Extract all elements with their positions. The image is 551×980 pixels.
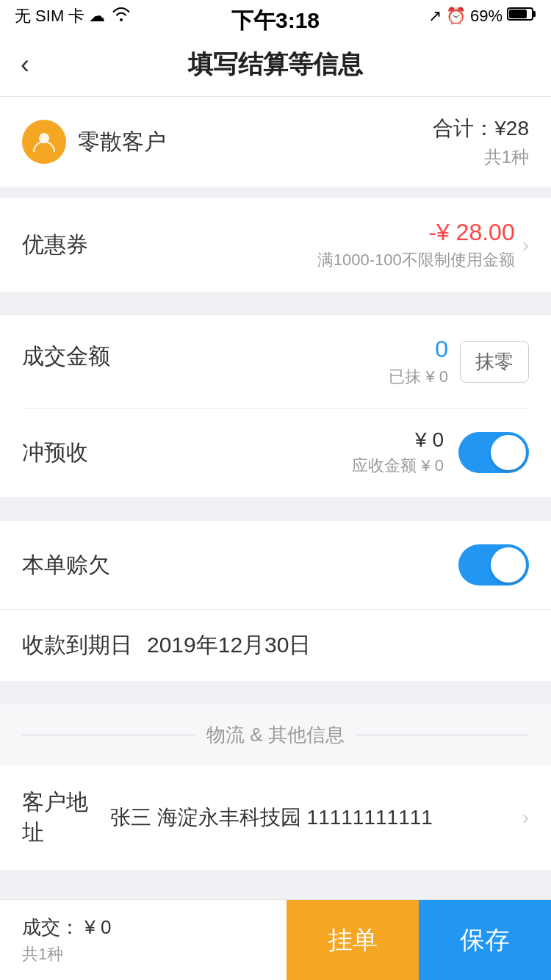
debt-toggle-knob — [491, 547, 526, 583]
address-label: 客户地址 — [22, 788, 96, 848]
chevron-right-icon: › — [522, 234, 529, 257]
debt-row: 本单赊欠 — [0, 521, 551, 609]
customer-row: 零散客户 合计：¥28 共1种 — [0, 97, 551, 187]
coupon-right: -¥ 28.00 满1000-100不限制使用金额 › — [317, 219, 529, 271]
alarm-icon: ⏰ — [446, 7, 466, 26]
customer-total: 合计：¥28 — [433, 115, 529, 143]
wifi-icon — [111, 6, 132, 26]
logistics-header: 物流 & 其他信息 — [0, 705, 551, 765]
prepay-label: 冲预收 — [22, 438, 88, 468]
status-bar-left: 无 SIM 卡 ☁ — [15, 5, 132, 27]
gray-divider-2 — [0, 509, 551, 521]
gray-divider-4 — [0, 870, 551, 882]
bottom-bar: 成交： ¥ 0 共1种 挂单 保存 — [0, 899, 551, 980]
save-button[interactable]: 保存 — [419, 900, 551, 981]
deal-row: 成交金额 0 已抹 ¥ 0 抹零 — [22, 336, 529, 388]
back-button[interactable]: ‹ — [21, 49, 29, 80]
page-title: 填写结算等信息 — [188, 48, 363, 82]
deal-card: 成交金额 0 已抹 ¥ 0 抹零 冲预收 ¥ 0 应收金额 ¥ 0 — [0, 315, 551, 497]
status-bar: 无 SIM 卡 ☁ 下午3:18 ↗ ⏰ 69% — [0, 0, 551, 32]
divider-deal-prepay — [22, 408, 529, 409]
location-icon: ↗ — [428, 7, 442, 26]
bottom-summary-bottom: 共1种 — [22, 943, 264, 965]
deal-label: 成交金额 — [22, 336, 110, 372]
debt-toggle[interactable] — [458, 544, 529, 586]
coupon-amount: -¥ 28.00 — [317, 219, 515, 246]
hold-button[interactable]: 挂单 — [287, 900, 419, 981]
customer-summary: 合计：¥28 共1种 — [433, 115, 529, 169]
toggle-knob — [491, 435, 526, 470]
due-date-row[interactable]: 收款到期日 2019年12月30日 — [0, 609, 551, 681]
battery-percent: 69% — [470, 7, 503, 26]
debt-label: 本单赊欠 — [22, 550, 110, 580]
address-section: 客户地址 张三 海淀永丰科技园 11111111111 › — [0, 765, 551, 870]
address-row[interactable]: 客户地址 张三 海淀永丰科技园 11111111111 › — [0, 765, 551, 870]
deal-section: 成交金额 0 已抹 ¥ 0 抹零 — [0, 315, 551, 408]
customer-left: 零散客户 — [22, 120, 166, 164]
customer-card: 零散客户 合计：¥28 共1种 — [0, 97, 551, 187]
svg-rect-2 — [509, 10, 527, 18]
gray-divider-5 — [0, 882, 551, 893]
sim-status: 无 SIM 卡 ☁ — [15, 5, 105, 27]
avatar — [22, 120, 66, 164]
debt-section: 本单赊欠 收款到期日 2019年12月30日 — [0, 521, 551, 681]
customer-count: 共1种 — [433, 145, 529, 169]
deal-value: 0 — [389, 336, 448, 363]
gray-divider-3 — [0, 693, 551, 705]
coupon-value: -¥ 28.00 满1000-100不限制使用金额 — [317, 219, 515, 271]
status-bar-time: 下午3:18 — [231, 6, 320, 36]
round-zero-button[interactable]: 抹零 — [460, 341, 529, 383]
content: 零散客户 合计：¥28 共1种 优惠券 -¥ 28.00 满1000-100不限… — [0, 97, 551, 980]
prepay-value-wrap: ¥ 0 应收金额 ¥ 0 — [352, 428, 444, 477]
logistics-line-right — [356, 735, 529, 735]
prepay-right: ¥ 0 应收金额 ¥ 0 — [352, 428, 529, 477]
coupon-row[interactable]: 优惠券 -¥ 28.00 满1000-100不限制使用金额 › — [0, 198, 551, 292]
bottom-summary-top: 成交： ¥ 0 — [22, 915, 264, 940]
status-bar-right: ↗ ⏰ 69% — [428, 6, 536, 26]
customer-name: 零散客户 — [78, 127, 166, 157]
prepay-amount: ¥ 0 — [352, 428, 444, 452]
logistics-title: 物流 & 其他信息 — [206, 722, 345, 748]
address-chevron-icon: › — [522, 806, 529, 829]
prepay-sub: 应收金额 ¥ 0 — [352, 455, 444, 477]
nav-bar: ‹ 填写结算等信息 — [0, 32, 551, 97]
bottom-summary: 成交： ¥ 0 共1种 — [0, 915, 287, 965]
deal-value-wrap: 0 已抹 ¥ 0 — [389, 336, 448, 388]
deal-right: 0 已抹 ¥ 0 抹零 — [389, 336, 529, 388]
coupon-desc: 满1000-100不限制使用金额 — [317, 249, 515, 271]
svg-rect-1 — [533, 11, 536, 17]
prepay-row: 冲预收 ¥ 0 应收金额 ¥ 0 — [0, 411, 551, 497]
coupon-card: 优惠券 -¥ 28.00 满1000-100不限制使用金额 › — [0, 198, 551, 292]
due-date-label: 收款到期日 — [22, 630, 132, 660]
deal-sub: 已抹 ¥ 0 — [389, 366, 448, 388]
battery-icon — [507, 6, 536, 26]
coupon-label: 优惠券 — [22, 230, 88, 260]
due-date-value: 2019年12月30日 — [147, 630, 311, 660]
logistics-line-left — [22, 735, 195, 735]
gray-divider-1 — [0, 303, 551, 315]
address-value: 张三 海淀永丰科技园 11111111111 — [110, 804, 508, 832]
prepay-toggle[interactable] — [458, 432, 529, 473]
